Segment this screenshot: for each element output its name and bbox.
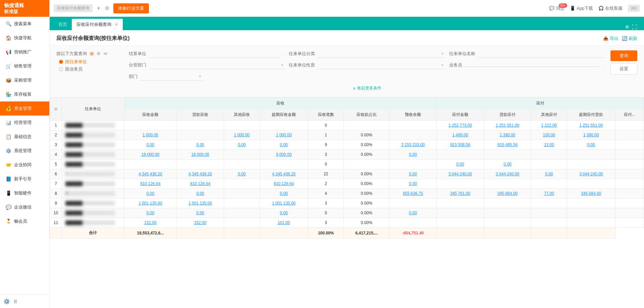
filter-collapse-left-icon[interactable]: ≪ [103,51,108,56]
table-cell[interactable]: 0.00 [124,140,176,150]
table-cell[interactable]: 1,000.00 [224,130,260,140]
table-cell[interactable]: 4,345,436.20 [124,169,176,179]
tab-close-btn[interactable]: ✕ [625,24,629,30]
query-button[interactable]: 查询 [610,50,637,61]
table-cell[interactable]: 0.00 [124,208,176,218]
table-cell[interactable]: 100.00 [531,130,567,140]
table-cell[interactable]: 655,636.75 [389,189,437,199]
sidebar-item-quick[interactable]: 🏠 快捷导航 [0,31,49,45]
topbar-service[interactable]: 🎧 在线客服 [598,5,623,11]
tab-home[interactable]: 首页 [54,19,72,30]
table-cell[interactable]: 9,000.00 [260,150,308,160]
table-cell[interactable]: 0.00 [177,140,224,150]
table-cell[interactable]: 13.00 [531,140,567,150]
filter-settings-icon[interactable]: ⚙ [97,51,101,56]
sidebar-item-system[interactable]: ⚙️ 系统管理 [0,144,49,158]
table-cell[interactable]: 18,000.00 [124,150,176,160]
solution-button[interactable]: 体验行业方案 [113,3,149,13]
sidebar-item-search[interactable]: 🔍 搜索菜单 [0,17,49,31]
table-cell[interactable]: 152.00 [177,218,224,228]
table-cell[interactable]: 1,222.00 [531,121,567,130]
collapse-sidebar-icon[interactable]: ⏸ [13,299,18,305]
filter-partner-name-input[interactable] [477,50,605,58]
table-cell[interactable]: 345,684.00 [567,189,615,199]
table-cell[interactable]: 0.00 [224,169,260,179]
view-by-staff[interactable]: 按业务员 [59,66,123,72]
table-cell[interactable]: 152.00 [124,218,176,228]
table-cell[interactable]: 0.00 [389,208,437,218]
table-cell[interactable]: 1,001,135.00 [177,199,224,208]
table-cell[interactable]: 1,251,551.00 [484,121,531,130]
topbar-dropdown-icon[interactable]: ▼ [97,6,101,11]
table-cell[interactable]: 0.00 [389,179,437,189]
table-cell[interactable]: 1,001,135.00 [124,199,176,208]
table-cell[interactable]: 0.00 [260,208,308,218]
sidebar-item-wechat[interactable]: 💬 企业微信 [0,200,49,214]
table-cell[interactable]: 3,044,240.00 [437,169,484,179]
table-cell[interactable]: 0.00 [260,140,308,150]
table-cell[interactable]: 1,001,135.00 [260,199,308,208]
table-cell[interactable]: 4,345,436.20 [260,169,308,179]
table-cell[interactable]: 0.00 [389,169,437,179]
table-cell[interactable]: 2,153,333.00 [389,140,437,150]
table-cell[interactable]: 345,684.00 [484,189,531,199]
tab-query[interactable]: 应收应付余额查询 ✕ [72,18,123,30]
settings-button[interactable]: 设置 [610,63,637,75]
table-cell[interactable]: 1,000.00 [260,130,308,140]
table-cell[interactable]: 915,495.56 [484,140,531,150]
topbar-user[interactable]: Rit [628,6,640,11]
topbar-msg[interactable]: 💬 消息 99+ [549,5,565,11]
table-cell[interactable]: 3,044,240.00 [484,169,531,179]
table-cell[interactable]: 0.00 [260,189,308,199]
table-cell[interactable]: 77.00 [531,189,567,199]
filter-category-select[interactable]: ▾ [317,50,445,58]
filter-dept-select[interactable]: ▾ [148,61,285,69]
sidebar-item-marketing[interactable]: 📢 营销推广 [0,45,49,59]
table-cell[interactable]: 0.00 [224,140,260,150]
table-cell[interactable]: 101.00 [260,218,308,228]
sidebar-item-purchase[interactable]: 📦 采购管理 [0,73,49,87]
table-cell[interactable]: 0.00 [567,140,615,150]
table-cell[interactable]: 915,508.56 [437,140,484,150]
topbar-app[interactable]: 📱 App下载 [570,5,593,11]
sidebar-item-hardware[interactable]: 📱 智能硬件 [0,186,49,200]
table-cell[interactable]: 0.00 [531,169,567,179]
topbar-gear-icon[interactable]: ⚙ [105,5,109,11]
tab-close-icon[interactable]: ✕ [115,22,118,27]
table-cell[interactable]: 0.00 [177,189,224,199]
sidebar-item-finance[interactable]: 💰 资金管理 [0,101,49,116]
filter-settlement-input[interactable] [148,50,279,58]
table-cell[interactable]: 0.00 [124,189,176,199]
table-cell[interactable]: 345,761.00 [437,189,484,199]
sidebar-item-corp[interactable]: 🤝 企业协同 [0,158,49,172]
table-cell[interactable]: 810,126.64 [124,179,176,189]
table-cell[interactable]: 1,390.00 [567,130,615,140]
table-cell[interactable]: 810,126.64 [177,179,224,189]
refresh-button[interactable]: 🔄 刷新 [622,36,637,42]
tab-expand-btn[interactable]: ⛶ [632,24,637,30]
table-cell[interactable]: 18,000.00 [177,150,224,160]
sidebar-item-sales[interactable]: 🛒 销售管理 [0,59,49,73]
view-by-partner[interactable]: 按往来单位 [59,59,123,65]
filter-collapse-btn[interactable]: ∧ 收起更多条件 [129,83,605,93]
table-cell[interactable]: 1,390.00 [484,130,531,140]
table-cell[interactable]: 0.00 [177,208,224,218]
table-cell[interactable]: 0.00 [389,150,437,160]
filter-nature-select[interactable]: ▾ [317,61,445,69]
filter-settlement-dots[interactable]: ··· [281,51,285,56]
table-cell[interactable]: 3,044,240.00 [567,169,615,179]
gear-bottom-icon[interactable]: ⚙️ [3,298,10,305]
table-settings-icon[interactable]: ⚙ [54,107,58,112]
table-cell[interactable]: 0.00 [437,160,484,169]
filter-sub-dept-select[interactable]: ▾ [140,73,203,81]
sidebar-item-operations[interactable]: 📊 经营管理 [0,116,49,130]
table-cell[interactable]: 1,490.00 [437,130,484,140]
sidebar-item-basic[interactable]: 📋 基础信息 [0,130,49,144]
table-cell[interactable]: 4,345,436.20 [177,169,224,179]
table-cell[interactable]: 1,000.00 [124,130,176,140]
filter-salesman-dots[interactable]: ··· [601,63,605,68]
th-settings[interactable]: ⚙ [50,98,62,121]
export-button[interactable]: 📤 导出 [603,36,619,42]
table-cell[interactable]: 1,252,773.00 [437,121,484,130]
table-cell[interactable]: 810,126.64 [260,179,308,189]
